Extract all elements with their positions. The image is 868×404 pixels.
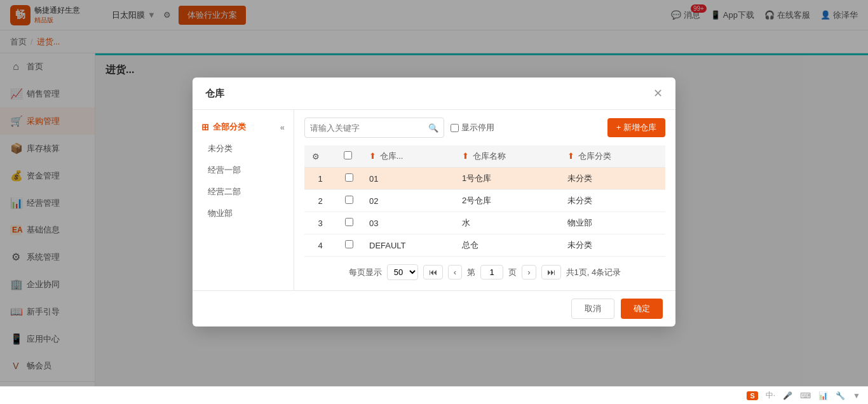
modal-close-btn[interactable]: ✕	[653, 86, 663, 100]
th-check	[336, 145, 362, 168]
add-warehouse-btn[interactable]: + 新增仓库	[607, 118, 665, 137]
show-disabled-label: 显示停用	[461, 122, 494, 133]
page-first-btn[interactable]: ⏮	[423, 265, 443, 279]
show-disabled-container: 显示停用	[451, 122, 494, 133]
td-num-0: 1	[304, 168, 336, 190]
table-header-row: ⚙ ⬆ 仓库... ⬆ 仓库名称	[304, 145, 665, 168]
sort-icon-code: ⬆	[369, 151, 376, 161]
collapse-btn[interactable]: «	[280, 123, 285, 132]
td-cat-3: 未分类	[560, 234, 665, 257]
keyboard-icon[interactable]: ⌨	[800, 391, 811, 400]
cancel-btn[interactable]: 取消	[571, 299, 614, 319]
confirm-btn[interactable]: 确定	[621, 299, 663, 319]
category-item-ops1[interactable]: 经营一部	[193, 159, 294, 181]
category-item-property[interactable]: 物业部	[193, 203, 294, 224]
right-panel: 🔍 显示停用 + 新增仓库 ⚙	[294, 110, 675, 290]
category-item-ops2[interactable]: 经营二部	[193, 181, 294, 203]
sort-icon-cat: ⬆	[567, 151, 574, 161]
page-summary: 共1页, 4条记录	[566, 267, 621, 278]
warehouse-modal: 仓库 ✕ ⊞ 全部分类 « 未分类 经营一部 经营二部 物业部	[193, 77, 675, 327]
settings-col-icon: ⚙	[312, 152, 320, 161]
page-next-btn[interactable]: ›	[522, 265, 536, 279]
search-box: 🔍	[304, 118, 444, 138]
th-name: ⬆ 仓库名称	[454, 145, 560, 168]
td-code-0: 01	[362, 168, 454, 190]
table-row[interactable]: 4 DEFAULT 总仓 未分类	[304, 234, 665, 257]
td-name-0: 1号仓库	[454, 168, 560, 190]
category-item-unclassified[interactable]: 未分类	[193, 138, 294, 159]
td-name-2: 水	[454, 212, 560, 234]
sort-icon-name: ⬆	[462, 151, 469, 161]
td-num-3: 4	[304, 234, 336, 257]
chart-status-icon: 📊	[818, 391, 828, 400]
page-number-input[interactable]	[480, 265, 503, 279]
modal-overlay: 仓库 ✕ ⊞ 全部分类 « 未分类 经营一部 经营二部 物业部	[0, 0, 868, 404]
table-row[interactable]: 2 02 2号仓库 未分类	[304, 190, 665, 212]
td-num-2: 3	[304, 212, 336, 234]
page-prev-btn[interactable]: ‹	[448, 265, 462, 279]
td-check-0[interactable]	[336, 168, 362, 190]
category-all-label[interactable]: 全部分类	[213, 121, 246, 133]
td-code-3: DEFAULT	[362, 234, 454, 257]
status-logo-icon: S	[747, 391, 757, 400]
category-header: ⊞ 全部分类 «	[193, 116, 294, 138]
th-category: ⬆ 仓库分类	[560, 145, 665, 168]
modal-header: 仓库 ✕	[193, 77, 675, 110]
page-label: 第	[467, 267, 475, 278]
search-icon: 🔍	[428, 123, 438, 133]
show-disabled-checkbox[interactable]	[451, 124, 459, 132]
td-cat-1: 未分类	[560, 190, 665, 212]
status-text: 中·	[766, 390, 775, 401]
check-all-input[interactable]	[344, 151, 352, 159]
td-check-2[interactable]	[336, 212, 362, 234]
grid-icon: ⊞	[201, 122, 209, 132]
pagination: 每页显示 50 ⏮ ‹ 第 页 › ⏭ 共1页, 4条记录	[304, 257, 665, 283]
td-name-3: 总仓	[454, 234, 560, 257]
per-page-label: 每页显示	[349, 267, 382, 278]
page-last-btn[interactable]: ⏭	[541, 265, 561, 279]
mic-icon[interactable]: 🎤	[783, 391, 792, 400]
td-check-3[interactable]	[336, 234, 362, 257]
modal-title: 仓库	[205, 88, 224, 100]
th-code: ⬆ 仓库...	[362, 145, 454, 168]
warehouse-table: ⚙ ⬆ 仓库... ⬆ 仓库名称	[304, 145, 665, 257]
per-page-select[interactable]: 50	[387, 264, 418, 280]
arrow-down-icon[interactable]: ▼	[853, 391, 860, 400]
wrench-icon: 🔧	[836, 391, 845, 400]
category-panel: ⊞ 全部分类 « 未分类 经营一部 经营二部 物业部	[193, 110, 294, 290]
status-bar: S 中· 🎤 ⌨ 📊 🔧 ▼	[0, 386, 868, 404]
page-unit: 页	[508, 267, 517, 278]
td-code-1: 02	[362, 190, 454, 212]
td-cat-0: 未分类	[560, 168, 665, 190]
td-num-1: 2	[304, 190, 336, 212]
td-cat-2: 物业部	[560, 212, 665, 234]
modal-body: ⊞ 全部分类 « 未分类 经营一部 经营二部 物业部 🔍	[193, 110, 675, 290]
search-input[interactable]	[310, 123, 428, 133]
td-name-1: 2号仓库	[454, 190, 560, 212]
td-check-1[interactable]	[336, 190, 362, 212]
table-row[interactable]: 1 01 1号仓库 未分类	[304, 168, 665, 190]
modal-footer: 取消 确定	[193, 290, 675, 327]
toolbar: 🔍 显示停用 + 新增仓库	[304, 118, 665, 138]
td-code-2: 03	[362, 212, 454, 234]
th-settings: ⚙	[304, 145, 336, 168]
table-row[interactable]: 3 03 水 物业部	[304, 212, 665, 234]
